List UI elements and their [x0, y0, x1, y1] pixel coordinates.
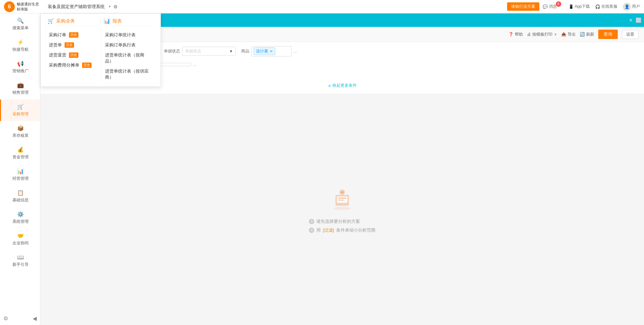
menu-item-purchase-expense[interactable]: 采购费用分摊单 历史	[47, 60, 98, 70]
goods-filter: 商品 设计素 ✕ ...	[241, 46, 297, 56]
content-area: 首页 销售排行榜 ✕ ✕ ⬜ ❓ 帮助 🖨 按模板打印 ▼ 📤	[40, 13, 644, 325]
system-icon: ⚙️	[17, 211, 24, 217]
report-section-title: 📊 报表	[104, 18, 154, 27]
main-layout: 🔍 搜索菜单 ⚡ 快捷导航 📢 营销推广 💼 销售管理 🛒 采购管理 📦 库存核…	[0, 13, 644, 325]
menu-item-inbound-return[interactable]: 进货退货 历史	[47, 50, 98, 60]
empty-tip-2: ② 用 [过滤] 条件来缩小分析范围	[309, 226, 375, 235]
help-btn[interactable]: ❓ 帮助	[508, 32, 523, 37]
doc-status-dropdown-arrow: ▼	[229, 49, 233, 53]
print-dropdown-arrow[interactable]: ▼	[554, 33, 557, 36]
inbound-badge: 历史	[65, 42, 74, 48]
sidebar-item-purchase[interactable]: 🛒 采购管理	[0, 99, 40, 121]
salesperson-ellipsis[interactable]: ...	[193, 62, 196, 67]
tip2-text: 用	[316, 226, 321, 235]
empty-tips: ① 请先选择要分析的方案 ② 用 [过滤] 条件来缩小分析范围	[309, 217, 375, 235]
phone-icon: 📱	[569, 4, 574, 9]
goods-input-area[interactable]: 设计素 ✕	[251, 46, 292, 56]
purchase-icon: 🛒	[17, 104, 24, 110]
menu-item-purchase-order[interactable]: 采购订单 历史	[47, 30, 98, 40]
tab-close-icon[interactable]: ✕	[629, 17, 633, 23]
report-section: 📊 报表 采购订单统计表 采购订单执行表 进货单统计表（按商品） 进货单统计表（…	[101, 18, 157, 82]
goods-tag-close[interactable]: ✕	[270, 49, 273, 54]
system-area: 装备及固定资产辅助管理系统 ▼ ⚙	[48, 4, 504, 10]
sidebar-item-basic[interactable]: 📋 基础信息	[0, 186, 40, 207]
system-name: 装备及固定资产辅助管理系统	[48, 4, 105, 10]
logo-area: 6 畅捷通好生意 标准版	[4, 1, 44, 12]
purchase-expense-badge: 历史	[82, 63, 92, 68]
empty-illustration	[329, 185, 356, 212]
sidebar: 🔍 搜索菜单 ⚡ 快捷导航 📢 营销推广 💼 销售管理 🛒 采购管理 📦 库存核…	[0, 13, 40, 325]
newbie-icon: 📖	[17, 254, 24, 260]
refresh-icon: 🔄	[580, 32, 585, 37]
user-btn[interactable]: 👤 用户	[623, 3, 640, 11]
purchase-dropdown-menu: 🛒 采购业务 采购订单 历史 进货单 历史 进货退货 历史 采购费用分摊单	[40, 13, 161, 87]
refresh-btn[interactable]: 🔄 刷新	[580, 32, 594, 37]
svg-rect-4	[338, 200, 344, 201]
logo-text: 畅捷通好生意 标准版	[17, 2, 39, 11]
industry-btn[interactable]: 体验行业方案	[507, 2, 539, 11]
basic-icon: 📋	[17, 190, 24, 196]
sidebar-item-search[interactable]: 🔍 搜索菜单	[0, 13, 40, 35]
sidebar-item-quicknav[interactable]: ⚡ 快捷导航	[0, 35, 40, 56]
message-badge: 6	[556, 1, 561, 7]
enterprise-icon: 🤝	[17, 233, 24, 239]
message-icon: 💬	[543, 4, 548, 9]
settings-icon[interactable]: ⚙	[113, 4, 118, 9]
menu-item-purchase-order-exec[interactable]: 采购订单执行表	[104, 40, 154, 50]
print-btn[interactable]: 🖨 按模板打印 ▼	[527, 32, 557, 37]
operation-icon: 📊	[17, 168, 24, 174]
sidebar-item-marketing[interactable]: 📢 营销推广	[0, 56, 40, 78]
filter-settings-btn[interactable]: 设置	[622, 30, 639, 39]
query-btn[interactable]: 查询	[598, 30, 618, 39]
tab-maximize-icon[interactable]: ⬜	[636, 17, 641, 23]
sidebar-item-system[interactable]: ⚙️ 系统管理	[0, 207, 40, 229]
menu-item-inbound-stat-supplier[interactable]: 进货单统计表（按供应商）	[104, 66, 154, 82]
search-icon: 🔍	[17, 17, 24, 24]
sales-icon: 💼	[17, 82, 24, 88]
tip2-highlight: [过滤]	[323, 226, 334, 235]
doc-status-label: 单据状态	[164, 48, 180, 54]
svg-point-0	[334, 207, 351, 210]
inventory-icon: 📦	[17, 125, 24, 131]
sidebar-collapse-btn[interactable]: ◀	[33, 315, 37, 322]
menu-item-inbound[interactable]: 进货单 历史	[47, 40, 98, 50]
inbound-return-badge: 历史	[69, 52, 78, 58]
online-service-btn[interactable]: 🎧 在线客服	[595, 4, 617, 9]
export-btn[interactable]: 📤 导出	[561, 32, 576, 37]
sidebar-item-operation[interactable]: 📊 经营管理	[0, 164, 40, 186]
sidebar-item-finance[interactable]: 💰 资金管理	[0, 143, 40, 164]
tab-bar-actions: ✕ ⬜	[629, 17, 641, 23]
purchase-order-badge: 历史	[69, 32, 78, 38]
export-icon: 📤	[561, 32, 566, 37]
goods-label: 商品	[241, 48, 249, 54]
tip-num-1: ①	[309, 219, 314, 224]
empty-tip-1: ① 请先选择要分析的方案	[309, 217, 375, 226]
svg-rect-3	[338, 198, 346, 199]
doc-status-select[interactable]: 单据状态 ▼	[182, 47, 236, 56]
topbar-actions: 💬 消息 6 📱 App下载 🎧 在线客服 👤 用户	[543, 3, 640, 11]
finance-icon: 💰	[17, 147, 24, 153]
message-btn[interactable]: 💬 消息 6	[543, 4, 563, 9]
headset-icon: 🎧	[595, 4, 600, 9]
print-icon: 🖨	[527, 32, 531, 37]
menu-item-inbound-stat-goods[interactable]: 进货单统计表（按商品）	[104, 50, 154, 66]
sidebar-item-inventory[interactable]: 📦 库存核算	[0, 121, 40, 143]
sidebar-item-enterprise[interactable]: 🤝 企业协同	[0, 229, 40, 250]
purchase-section: 🛒 采购业务 采购订单 历史 进货单 历史 进货退货 历史 采购费用分摊单	[45, 18, 101, 82]
sidebar-bottom: ⚙ ◀	[0, 312, 40, 325]
sidebar-settings-btn[interactable]: ⚙	[3, 315, 8, 322]
empty-state: ① 请先选择要分析的方案 ② 用 [过滤] 条件来缩小分析范围	[40, 94, 644, 325]
app-download-btn[interactable]: 📱 App下载	[569, 4, 590, 9]
menu-item-purchase-order-stat[interactable]: 采购订单统计表	[104, 30, 154, 40]
tip-num-2: ②	[309, 228, 314, 233]
collapse-icon: ∧	[328, 83, 331, 88]
goods-ellipsis[interactable]: ...	[294, 49, 297, 54]
report-section-icon: 📊	[104, 18, 110, 24]
system-dropdown-arrow[interactable]: ▼	[108, 5, 111, 8]
marketing-icon: 📢	[17, 60, 24, 67]
sidebar-item-newbie[interactable]: 📖 新手引导	[0, 250, 40, 272]
purchase-section-icon: 🛒	[47, 18, 54, 24]
doc-status-filter: 单据状态 单据状态 ▼	[164, 47, 236, 56]
sidebar-item-sales[interactable]: 💼 销售管理	[0, 78, 40, 99]
user-avatar: 👤	[623, 3, 631, 11]
